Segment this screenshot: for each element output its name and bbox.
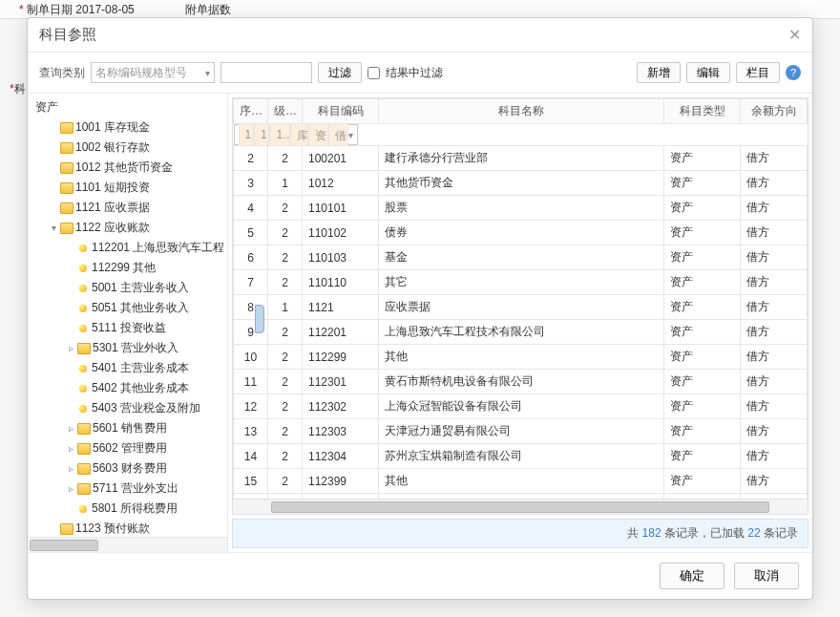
splitter-handle[interactable] <box>255 305 264 333</box>
tree-node[interactable]: 112201 上海思致汽车工程 <box>28 238 227 258</box>
tree-node[interactable]: 1121 应收票据 <box>28 198 227 218</box>
table-row[interactable]: 311012其他货币资金资产借方 <box>234 171 808 196</box>
tree-node[interactable]: 1002 银行存款 <box>28 138 227 158</box>
tree-node[interactable]: ▹ 5602 管理费用 <box>28 438 227 458</box>
tree-node-label: 5402 其他业务成本 <box>92 380 189 396</box>
close-icon[interactable]: ✕ <box>788 26 801 44</box>
leaf-icon <box>79 325 87 332</box>
dialog-footer: 确定 取消 <box>28 552 812 599</box>
table-cell: 5 <box>234 221 268 245</box>
tree-root[interactable]: 资产 <box>28 97 227 117</box>
table-row[interactable]: 132112303天津冠力通贸易有限公司资产借方 <box>234 419 808 444</box>
tree-horizontal-scrollbar[interactable] <box>28 537 227 552</box>
collapse-icon[interactable]: ▾ <box>49 223 58 233</box>
table-row[interactable]: 111001库存现金资产借方 <box>234 124 358 145</box>
table-cell: 100201 <box>303 146 379 171</box>
tree-node[interactable]: ▾ 1122 应收账款 <box>28 218 227 238</box>
column-button[interactable]: 栏目 <box>736 62 780 83</box>
table-row[interactable]: 811121应收票据资产借方 <box>234 295 808 320</box>
table-row[interactable]: 42110101股票资产借方 <box>234 196 808 221</box>
table-row[interactable]: 142112304苏州京宝烘箱制造有限公司资产借方 <box>234 444 808 469</box>
table-row[interactable]: 52110102债券资产借方 <box>234 221 808 245</box>
table-cell: 112399 <box>303 469 379 494</box>
tree-node[interactable]: 112299 其他 <box>28 258 227 278</box>
expand-icon[interactable]: ▹ <box>66 483 75 494</box>
subject-tree[interactable]: 资产 1001 库存现金 1002 银行存款 1012 其他货币资金 1101 … <box>28 94 227 537</box>
tree-node[interactable]: 5402 其他业务成本 <box>28 378 227 398</box>
table-cell: 借方 <box>741 320 808 345</box>
help-icon[interactable]: ? <box>786 65 801 80</box>
search-input[interactable] <box>220 62 312 83</box>
expand-icon[interactable]: ▹ <box>66 463 75 474</box>
tree-node[interactable]: 5403 营业税金及附加 <box>28 398 227 418</box>
table-cell: 1001 <box>269 123 289 146</box>
table-cell: 2 <box>268 320 303 345</box>
column-header[interactable]: 级次 <box>268 99 303 124</box>
tree-node[interactable]: 5801 所得税费用 <box>28 499 227 519</box>
table-cell: 112301 <box>303 370 379 394</box>
table-cell: 借方 <box>741 171 808 196</box>
subject-reference-dialog: 科目参照 ✕ 查询类别 名称编码规格型号 过滤 结果中过滤 新增 编辑 栏目 ?… <box>27 17 813 600</box>
table-cell: 借方 <box>741 419 808 444</box>
leaf-icon <box>79 405 87 413</box>
filter-button[interactable]: 过滤 <box>318 62 362 83</box>
tree-node[interactable]: 5051 其他业务收入 <box>28 298 227 318</box>
filter-in-result-checkbox[interactable] <box>368 67 380 79</box>
tree-node-label: 5001 主营业务收入 <box>92 280 189 296</box>
tree-node[interactable]: 1012 其他货币资金 <box>28 158 227 178</box>
table-cell: 借方 <box>741 370 808 394</box>
table-cell: 112304 <box>303 444 379 469</box>
table-cell: 2 <box>268 419 303 444</box>
table-cell: 1 <box>268 295 303 320</box>
table-cell: 2 <box>268 469 303 494</box>
table-row[interactable]: 72110110其它资产借方 <box>234 270 808 295</box>
tree-node[interactable]: 5001 主营业务收入 <box>28 278 227 298</box>
column-header[interactable]: 科目编码 <box>303 99 379 124</box>
expand-icon[interactable]: ▹ <box>66 423 75 434</box>
column-header[interactable]: 序号 <box>234 99 268 124</box>
folder-icon <box>60 122 74 134</box>
search-category-select[interactable]: 名称编码规格型号 <box>91 62 215 83</box>
tree-node-label: 1001 库存现金 <box>75 119 150 136</box>
table-cell: 其他货币资金 <box>379 171 664 196</box>
column-header[interactable]: 科目类型 <box>664 99 741 124</box>
cancel-button[interactable]: 取消 <box>734 563 799 589</box>
column-header[interactable]: 余额方向 <box>741 99 808 124</box>
add-button[interactable]: 新增 <box>637 62 681 83</box>
table-row[interactable]: 62110103基金资产借方 <box>234 245 808 270</box>
table-cell: 2 <box>268 345 303 370</box>
table-row[interactable]: 112112301黄石市斯特机电设备有限公司资产借方 <box>234 370 808 394</box>
tree-node-label: 5403 营业税金及附加 <box>92 400 200 416</box>
column-header[interactable]: 科目名称 <box>379 99 664 124</box>
leaf-icon <box>79 305 87 312</box>
expand-icon[interactable]: ▹ <box>66 443 75 454</box>
leaf-icon <box>79 285 87 292</box>
table-row[interactable]: 152112399其他资产借方 <box>234 469 808 494</box>
table-cell: 上海思致汽车工程技术有限公司 <box>379 320 664 345</box>
leaf-icon <box>79 385 87 393</box>
tree-node[interactable]: ▹ 5601 销售费用 <box>28 418 227 438</box>
table-cell: 112303 <box>303 419 379 444</box>
table-row[interactable]: 122112302上海众冠智能设备有限公司资产借方 <box>234 394 808 419</box>
edit-button[interactable]: 编辑 <box>686 62 730 83</box>
tree-node[interactable]: 1123 预付账款 <box>28 519 227 537</box>
tree-node[interactable]: ▹ 5301 营业外收入 <box>28 338 227 358</box>
table-row[interactable]: 22100201建行承德分行营业部资产借方 <box>234 146 808 171</box>
table-cell: 资产 <box>664 469 741 494</box>
tree-node[interactable]: ▹ 5711 营业外支出 <box>28 479 227 499</box>
ok-button[interactable]: 确定 <box>660 563 724 589</box>
tree-node[interactable]: 1101 短期投资 <box>28 178 227 198</box>
tree-node-label: 5603 财务费用 <box>93 460 167 477</box>
background-toolbar: * 制单日期 2017-08-05 附单据数 <box>0 0 840 19</box>
tree-node[interactable]: 5111 投资收益 <box>28 318 227 338</box>
tree-node[interactable]: 1001 库存现金 <box>28 117 227 138</box>
tree-node-label: 5051 其他业务收入 <box>92 300 189 316</box>
tree-node[interactable]: ▹ 5603 财务费用 <box>28 458 227 479</box>
tree-node[interactable]: 5401 主营业务成本 <box>28 358 227 378</box>
grid-horizontal-scrollbar[interactable] <box>232 500 808 515</box>
table-row[interactable]: 102112299其他资产借方 <box>234 345 808 370</box>
table-row[interactable]: 92112201上海思致汽车工程技术有限公司资产借方 <box>234 320 808 345</box>
expand-icon[interactable]: ▹ <box>66 343 75 353</box>
background-field-label: *科 <box>10 81 26 97</box>
folder-icon <box>77 343 91 354</box>
